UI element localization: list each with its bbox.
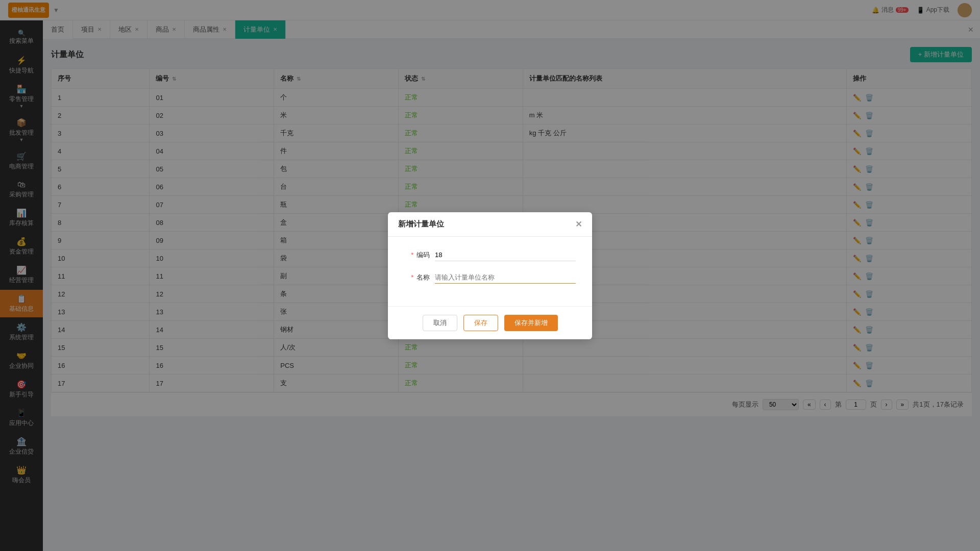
required-star-code: * [411, 251, 413, 259]
modal-close-button[interactable]: ✕ [575, 219, 582, 229]
form-label-code: * 编码 [404, 251, 430, 260]
code-input[interactable] [435, 249, 576, 261]
cancel-button[interactable]: 取消 [423, 315, 457, 331]
save-button[interactable]: 保存 [463, 315, 498, 331]
modal-body: * 编码 * 名称 [388, 237, 592, 306]
modal-header: 新增计量单位 ✕ [388, 212, 592, 237]
form-label-name: * 名称 [404, 273, 430, 282]
modal-footer: 取消 保存 保存并新增 [388, 306, 592, 339]
form-row-name: * 名称 [404, 271, 576, 284]
form-row-code: * 编码 [404, 249, 576, 261]
save-and-add-button[interactable]: 保存并新增 [504, 315, 558, 331]
modal-add-unit: 新增计量单位 ✕ * 编码 * 名称 取消 保存 保存并新增 [388, 212, 592, 339]
modal-title: 新增计量单位 [398, 219, 444, 229]
required-star-name: * [411, 273, 413, 281]
modal-overlay[interactable]: 新增计量单位 ✕ * 编码 * 名称 取消 保存 保存并新增 [0, 0, 980, 551]
name-input[interactable] [435, 271, 576, 284]
